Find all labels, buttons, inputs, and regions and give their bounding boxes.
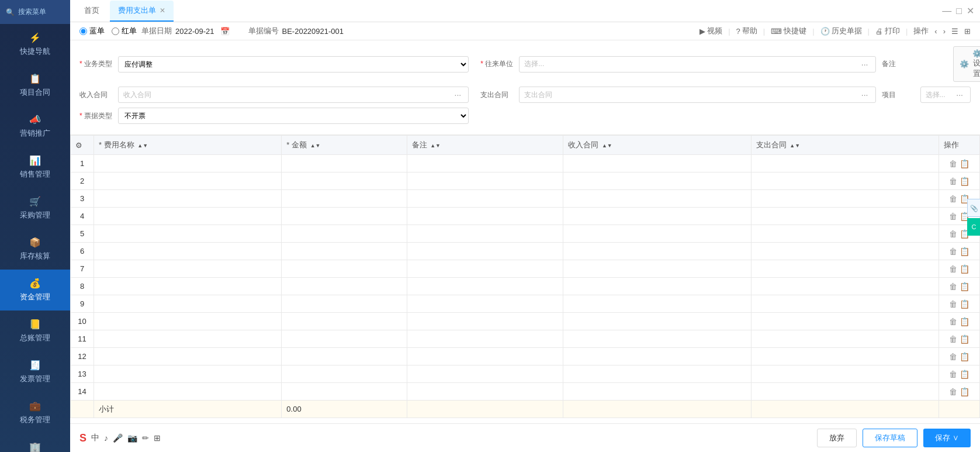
row-11-name[interactable]	[94, 330, 282, 348]
row-3-note[interactable]	[407, 190, 563, 208]
note-sort-icon[interactable]: ▲▼	[430, 143, 441, 149]
row-3-expense[interactable]	[751, 190, 939, 208]
row-copy-icon-13[interactable]: 📋	[960, 370, 969, 379]
row-10-expense[interactable]	[751, 313, 939, 330]
counterpart-input[interactable]: 选择... ···	[519, 56, 875, 73]
row-delete-icon-6[interactable]: 🗑	[949, 247, 957, 256]
row-11-note[interactable]	[407, 330, 563, 348]
row-9-name[interactable]	[94, 295, 282, 313]
history-btn[interactable]: 🕐 历史单据	[820, 26, 862, 36]
row-8-name[interactable]	[94, 278, 282, 295]
income-sort-icon[interactable]: ▲▼	[602, 143, 612, 149]
sidebar-search[interactable]: 🔍 搜索菜单	[0, 0, 70, 24]
invoice-type-select[interactable]: 不开票	[118, 108, 469, 124]
print-btn[interactable]: 🖨 打印	[875, 26, 900, 36]
row-14-note[interactable]	[407, 383, 563, 401]
view-grid-btn[interactable]: ⊞	[964, 27, 971, 36]
sidebar-item-purchase[interactable]: 🛒 采购管理	[0, 188, 70, 229]
row-7-amount[interactable]	[282, 260, 407, 278]
row-copy-icon-2[interactable]: 📋	[960, 177, 969, 186]
row-9-note[interactable]	[407, 295, 563, 313]
counterpart-dots[interactable]: ···	[859, 60, 871, 69]
amount-sort-icon[interactable]: ▲▼	[310, 143, 321, 149]
row-copy-icon-10[interactable]: 📋	[960, 317, 969, 326]
row-6-note[interactable]	[407, 243, 563, 260]
sidebar-item-tax[interactable]: 💼 税务管理	[0, 392, 70, 433]
row-5-amount[interactable]	[282, 225, 407, 243]
row-5-expense[interactable]	[751, 225, 939, 243]
row-14-expense[interactable]	[751, 383, 939, 401]
row-delete-icon-8[interactable]: 🗑	[949, 282, 957, 291]
nav-next-btn[interactable]: ›	[943, 27, 946, 36]
row-14-name[interactable]	[94, 383, 282, 401]
row-copy-icon-1[interactable]: 📋	[960, 159, 969, 168]
row-9-income[interactable]	[563, 295, 751, 313]
row-2-expense[interactable]	[751, 172, 939, 190]
row-delete-icon-1[interactable]: 🗑	[949, 159, 957, 168]
row-12-name[interactable]	[94, 348, 282, 365]
row-copy-icon-6[interactable]: 📋	[960, 247, 969, 256]
sidebar-item-inventory[interactable]: 📦 库存核算	[0, 229, 70, 270]
right-panel-btn-1[interactable]: 📎	[967, 199, 980, 217]
tab-close-icon[interactable]: ✕	[160, 6, 165, 15]
row-11-amount[interactable]	[282, 330, 407, 348]
row-14-income[interactable]	[563, 383, 751, 401]
grid-icon[interactable]: ⊞	[154, 433, 161, 443]
row-9-expense[interactable]	[751, 295, 939, 313]
row-9-amount[interactable]	[282, 295, 407, 313]
sidebar-item-marketing[interactable]: 📣 营销推广	[0, 106, 70, 147]
row-7-name[interactable]	[94, 260, 282, 278]
row-delete-icon-9[interactable]: 🗑	[949, 299, 957, 309]
sidebar-item-fixed-assets[interactable]: 🏢 固定资产	[0, 433, 70, 452]
row-8-income[interactable]	[563, 278, 751, 295]
pen-icon[interactable]: ✏	[142, 433, 149, 443]
row-6-name[interactable]	[94, 243, 282, 260]
row-delete-icon-2[interactable]: 🗑	[949, 177, 957, 186]
radio-blue[interactable]	[79, 27, 87, 35]
row-4-name[interactable]	[94, 208, 282, 225]
expense-contract-dots[interactable]: ···	[859, 90, 871, 99]
sidebar-item-accounting[interactable]: 📒 总账管理	[0, 310, 70, 351]
row-10-amount[interactable]	[282, 313, 407, 330]
row-2-name[interactable]	[94, 172, 282, 190]
row-13-income[interactable]	[563, 365, 751, 383]
sidebar-item-invoice[interactable]: 🧾 发票管理	[0, 351, 70, 392]
close-btn[interactable]: ✕	[967, 5, 974, 16]
biz-type-dropdown[interactable]: 应付调整	[119, 57, 468, 72]
discard-button[interactable]: 放弃	[817, 429, 857, 447]
row-1-amount[interactable]	[282, 155, 407, 172]
radio-red[interactable]	[112, 27, 119, 35]
row-delete-icon-4[interactable]: 🗑	[949, 212, 957, 221]
row-1-note[interactable]	[407, 155, 563, 172]
sidebar-item-quick-nav[interactable]: ⚡ 快捷导航	[0, 24, 70, 65]
row-2-note[interactable]	[407, 172, 563, 190]
save-draft-button[interactable]: 保存草稿	[863, 429, 917, 447]
shortcut-btn[interactable]: ⌨ 快捷键	[771, 26, 806, 36]
sidebar-item-sales[interactable]: 📊 销售管理	[0, 147, 70, 188]
tab-expense[interactable]: 费用支出单 ✕	[110, 1, 174, 22]
sidebar-item-capital[interactable]: 💰 资金管理	[0, 270, 70, 310]
row-13-note[interactable]	[407, 365, 563, 383]
row-delete-icon-7[interactable]: 🗑	[949, 264, 957, 274]
income-contract-input[interactable]: 收入合同 ···	[118, 87, 469, 103]
row-4-expense[interactable]	[751, 208, 939, 225]
radio-red-label[interactable]: 红单	[112, 26, 137, 36]
expense-contract-input[interactable]: 支出合同 ···	[519, 87, 875, 103]
row-13-name[interactable]	[94, 365, 282, 383]
tab-home[interactable]: 首页	[76, 1, 108, 22]
row-8-expense[interactable]	[751, 278, 939, 295]
row-3-amount[interactable]	[282, 190, 407, 208]
row-11-income[interactable]	[563, 330, 751, 348]
view-list-btn[interactable]: ☰	[951, 27, 958, 36]
calendar-icon[interactable]: 📅	[220, 27, 230, 36]
screenshot-icon[interactable]: 📷	[127, 433, 137, 443]
row-1-name[interactable]	[94, 155, 282, 172]
row-copy-icon-11[interactable]: 📋	[960, 334, 969, 344]
row-10-name[interactable]	[94, 313, 282, 330]
row-13-amount[interactable]	[282, 365, 407, 383]
row-delete-icon-11[interactable]: 🗑	[949, 334, 957, 344]
table-gear-icon[interactable]: ⚙	[75, 141, 82, 150]
row-delete-icon-10[interactable]: 🗑	[949, 317, 957, 326]
row-delete-icon-12[interactable]: 🗑	[949, 352, 957, 361]
row-12-income[interactable]	[563, 348, 751, 365]
